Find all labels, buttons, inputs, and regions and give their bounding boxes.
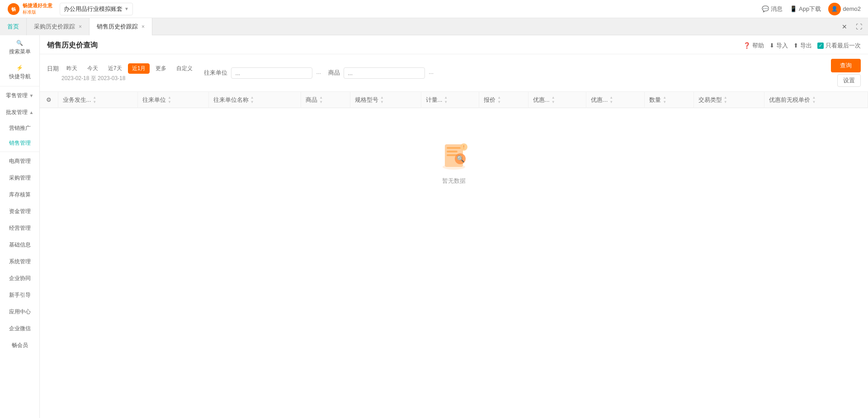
sidebar-item-marketing-promo-label: 营销推广	[9, 125, 31, 131]
table-col-unit[interactable]: 计量... ▲▼	[421, 92, 479, 108]
sort-icon-quoted-price: ▲▼	[497, 95, 501, 104]
filter-actions: 查询 设置	[831, 59, 861, 87]
content-area: 销售历史价查询 ❓ 帮助 ⬇ 导入 ⬆ 导出 ✓	[40, 35, 868, 418]
date-range-row: 2023-02-18 至 2023-03-18	[60, 75, 197, 82]
purchase-history-tab-label: 采购历史价跟踪	[34, 23, 75, 31]
checkbox-icon: ✓	[817, 43, 824, 49]
tab-sales-history[interactable]: 销售历史价跟踪 ×	[90, 18, 152, 35]
help-label: 帮助	[752, 42, 764, 50]
product-input[interactable]	[344, 67, 425, 79]
sidebar-item-purchase-mgmt[interactable]: 采购管理	[0, 170, 39, 186]
table-col-quoted-price[interactable]: 报价 ▲▼	[479, 92, 528, 108]
table-col-discount1[interactable]: 优惠... ▲▼	[528, 92, 586, 108]
page-container: 销售历史价查询 ❓ 帮助 ⬇ 导入 ⬆ 导出 ✓	[40, 35, 868, 418]
sidebar-item-inventory-calc[interactable]: 库存核算	[0, 186, 39, 203]
sidebar-item-member[interactable]: 畅会员	[0, 337, 39, 354]
sort-icon-discount1: ▲▼	[552, 95, 555, 104]
sidebar-item-app-center[interactable]: 应用中心	[0, 304, 39, 320]
sidebar-item-basic-info[interactable]: 基础信息	[0, 237, 39, 253]
sidebar-item-search-menu[interactable]: 🔍 搜索菜单	[0, 35, 39, 60]
sort-icon-biz-date: ▲▼	[93, 95, 96, 104]
user-action[interactable]: 👤 demo2	[828, 3, 861, 15]
sidebar-item-capital-mgmt[interactable]: 资金管理	[0, 203, 39, 220]
sidebar-item-enterprise-wechat[interactable]: 企业微信	[0, 320, 39, 337]
sidebar-item-enterprise-wechat-label: 企业微信	[9, 325, 31, 332]
retail-mgmt-arrow-icon: ▼	[29, 93, 34, 98]
empty-state: 🔍 ! 暂无数据	[40, 108, 868, 212]
header-right: 💬 消息 📱 App下载 👤 demo2	[762, 3, 861, 15]
product-filter-group: 商品 ···	[328, 67, 434, 79]
app-selector[interactable]: 办公用品行业模拟账套 ▼	[60, 3, 133, 15]
table-col-spec[interactable]: 规格型号 ▲▼	[350, 92, 421, 108]
help-icon: ❓	[743, 42, 750, 49]
date-btn-yesterday[interactable]: 昨天	[62, 63, 81, 74]
product-more-icon[interactable]: ···	[429, 70, 434, 76]
help-button[interactable]: ❓ 帮助	[743, 42, 764, 50]
tab-home[interactable]: 首页	[0, 18, 27, 35]
avatar: 👤	[828, 3, 841, 15]
table-col-discount2[interactable]: 优惠... ▲▼	[586, 92, 645, 108]
sidebar-item-search-menu-label: 搜索菜单	[9, 48, 31, 56]
table-col-product[interactable]: 商品 ▲▼	[301, 92, 350, 108]
home-tab-label: 首页	[7, 23, 19, 31]
sidebar-item-retail-mgmt[interactable]: 零售管理 ▼	[0, 87, 39, 104]
sales-history-tab-label: 销售历史价跟踪	[97, 23, 138, 31]
page-title: 销售历史价查询	[47, 41, 98, 50]
sidebar-item-sales-mgmt-label: 销售管理	[9, 140, 31, 146]
sidebar-item-wholesale-mgmt[interactable]: 批发管理 ▲	[0, 104, 39, 121]
query-button[interactable]: 查询	[831, 59, 861, 72]
svg-text:🔍: 🔍	[457, 155, 465, 163]
sidebar-item-enterprise-coop[interactable]: 企业协同	[0, 270, 39, 287]
sidebar-item-newcomer-guide[interactable]: 新手引导	[0, 287, 39, 304]
import-label: 导入	[776, 42, 788, 50]
date-btn-custom[interactable]: 自定义	[172, 63, 197, 74]
top-header: 畅 畅捷通好生意 标准版 办公用品行业模拟账套 ▼ 💬 消息 📱 App下载 👤…	[0, 0, 868, 18]
sidebar-item-marketing-promo[interactable]: 营销推广	[0, 121, 39, 136]
sidebar-item-ecommerce-mgmt[interactable]: 电商管理	[0, 153, 39, 170]
date-options: 昨天 今天 近7天 近1月 更多 自定义	[62, 63, 197, 74]
date-label: 日期	[47, 65, 59, 73]
fullscreen-button[interactable]: ⛶	[854, 21, 864, 32]
table-col-partner-code[interactable]: 往来单位 ▲▼	[138, 92, 209, 108]
date-btn-today[interactable]: 今天	[83, 63, 102, 74]
sidebar-item-sales-mgmt[interactable]: 销售管理	[0, 136, 39, 151]
table-col-quantity[interactable]: 数量 ▲▼	[645, 92, 694, 108]
date-btn-7days[interactable]: 近7天	[104, 63, 126, 74]
message-action[interactable]: 💬 消息	[762, 5, 783, 13]
app-download-action[interactable]: 📱 App下载	[790, 5, 821, 13]
table-col-trade-type[interactable]: 交易类型 ▲▼	[693, 92, 764, 108]
date-btn-1month[interactable]: 近1月	[128, 63, 150, 74]
sidebar-item-quick-nav[interactable]: ⚡ 快捷导航	[0, 60, 39, 85]
date-filter-top: 日期 昨天 今天 近7天 近1月 更多 自定义	[47, 63, 197, 74]
close-window-button[interactable]: ✕	[839, 21, 850, 32]
sidebar-item-purchase-mgmt-label: 采购管理	[9, 174, 31, 182]
partner-more-icon[interactable]: ···	[316, 70, 321, 76]
table-col-biz-date[interactable]: 业务发生... ▲▼	[58, 92, 138, 108]
logo-text: 畅捷通好生意 标准版	[23, 2, 52, 15]
app-selector-label: 办公用品行业模拟账套	[64, 5, 123, 13]
sort-icon-quantity: ▲▼	[663, 95, 666, 104]
settings-button[interactable]: 设置	[837, 74, 861, 87]
table-col-pre-tax-price[interactable]: 优惠前无税单价 ▲▼	[764, 92, 868, 108]
sidebar-item-system-mgmt[interactable]: 系统管理	[0, 253, 39, 270]
sort-icon-partner-name: ▲▼	[250, 95, 254, 104]
sidebar-item-quick-nav-label: 快捷导航	[9, 73, 31, 81]
sidebar-item-capital-mgmt-label: 资金管理	[9, 208, 31, 215]
sort-icon-unit: ▲▼	[444, 95, 448, 104]
wholesale-mgmt-arrow-icon: ▲	[29, 110, 34, 115]
logo-icon: 畅	[7, 3, 20, 15]
table-col-gear[interactable]: ⚙	[40, 92, 58, 108]
date-btn-more[interactable]: 更多	[151, 63, 170, 74]
sidebar-item-operations-mgmt[interactable]: 经营管理	[0, 220, 39, 237]
sidebar-item-app-center-label: 应用中心	[9, 308, 31, 316]
sidebar-item-wholesale-mgmt-label: 批发管理	[6, 109, 28, 116]
import-button[interactable]: ⬇ 导入	[769, 42, 788, 50]
sidebar-item-inventory-calc-label: 库存核算	[9, 191, 31, 199]
sales-history-tab-close[interactable]: ×	[142, 24, 145, 30]
only-last-checkbox[interactable]: ✓ 只看最后一次	[817, 42, 861, 50]
partner-input[interactable]	[231, 67, 312, 79]
purchase-history-tab-close[interactable]: ×	[79, 24, 82, 30]
tab-purchase-history[interactable]: 采购历史价跟踪 ×	[27, 18, 90, 35]
export-button[interactable]: ⬆ 导出	[793, 42, 812, 50]
table-col-partner-name[interactable]: 往来单位名称 ▲▼	[208, 92, 301, 108]
